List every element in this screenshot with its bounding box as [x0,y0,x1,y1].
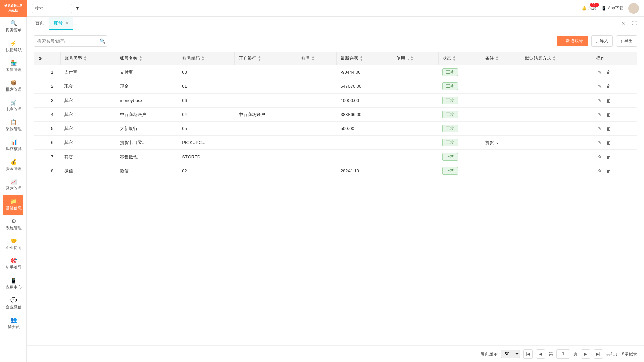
add-account-button[interactable]: + 新增账号 [557,36,588,46]
row-settings-1 [34,79,47,94]
col-settings[interactable]: ⚙ [34,52,47,65]
search-input[interactable] [34,37,98,46]
sidebar-item-enterprise-agreement[interactable]: 🤝 企业协同 [3,234,23,254]
delete-button-0[interactable]: 🗑 [605,69,613,76]
row-settlement-6 [521,150,592,164]
settings-icon: ⚙ [38,56,42,61]
sidebar-item-quick-nav[interactable]: ⚡ 快捷导航 [3,37,23,56]
sidebar-label-retail-manage: 零售管理 [6,67,22,73]
edit-button-1[interactable]: ✎ [596,83,604,90]
export-button[interactable]: ↑ 导出 [616,35,638,47]
sidebar-item-new-guide[interactable]: 🎯 新手引导 [3,254,23,274]
sort-code-icon: ▲▼ [201,55,205,62]
accounts-table: ⚙ 账号类型 ▲▼ 账号名称 ▲▼ [34,52,637,178]
row-action-3: ✎ 🗑 [592,108,637,122]
col-name[interactable]: 账号名称 ▲▼ [116,52,178,65]
sidebar-item-inventory[interactable]: 📊 库存核算 [3,135,23,155]
import-label: 导入 [600,38,608,44]
delete-button-4[interactable]: 🗑 [605,125,613,132]
delete-button-3[interactable]: 🗑 [605,111,613,118]
row-bank-7 [235,164,297,178]
tab-account[interactable]: 账号 × [49,17,73,30]
page-size-label: 每页显示 [480,351,498,357]
row-balance-3: 383866.00 [337,108,392,122]
sidebar-item-purchase-manage[interactable]: 📋 采购管理 [3,116,23,135]
sort-settlement-icon: ▲▼ [552,55,556,62]
page-last-button[interactable]: ▶| [594,349,603,359]
col-remark[interactable]: 备注 ▲▼ [481,52,521,65]
sidebar-item-wholesale-manage[interactable]: 📦 批发管理 [3,76,23,96]
row-action-5: ✎ 🗑 [592,136,637,150]
notification-button[interactable]: 🔔 消息 99+ [582,5,596,11]
edit-button-0[interactable]: ✎ [596,69,604,76]
edit-button-2[interactable]: ✎ [596,97,604,104]
row-usage-7 [392,164,438,178]
tab-expand-button[interactable]: ⛶ [630,19,639,28]
row-code-5: PICKUPC... [178,136,235,150]
page-total: 共1页，8条记录 [606,351,637,357]
sort-usage-icon: ▲▼ [410,55,414,62]
header-dropdown[interactable]: ▼ [75,6,80,11]
row-account-6 [297,150,337,164]
sidebar-item-finance-manage[interactable]: 💰 资金管理 [3,155,23,175]
row-balance-6 [337,150,392,164]
row-account-2 [297,94,337,108]
edit-button-3[interactable]: ✎ [596,111,604,118]
col-account[interactable]: 账号 ▲▼ [297,52,337,65]
sidebar-item-enterprise-wechat[interactable]: 💬 企业微信 [3,294,23,313]
search-button[interactable]: 🔍 [98,36,107,46]
sidebar-item-search-menu[interactable]: 🔍 搜索菜单 [3,17,23,37]
row-action-6: ✎ 🗑 [592,150,637,164]
page-number-input[interactable] [556,349,570,359]
page-next-button[interactable]: ▶ [581,349,590,359]
page-first-button[interactable]: |◀ [523,349,533,359]
tab-close-all-button[interactable]: ✕ [619,19,628,28]
sidebar-item-membership[interactable]: 👥 畅会员 [3,313,23,333]
delete-button-7[interactable]: 🗑 [605,168,613,174]
col-code[interactable]: 账号编码 ▲▼ [178,52,235,65]
sidebar-label-system-manage: 系统管理 [6,225,22,231]
edit-button-5[interactable]: ✎ [596,139,604,146]
row-balance-1: 547670.00 [337,79,392,94]
row-remark-2 [481,94,521,108]
delete-button-5[interactable]: 🗑 [605,139,613,146]
table-header-row: ⚙ 账号类型 ▲▼ 账号名称 ▲▼ [34,52,637,65]
delete-button-6[interactable]: 🗑 [605,154,613,160]
delete-button-2[interactable]: 🗑 [605,97,613,104]
row-type-5: 其它 [60,136,116,150]
sidebar-item-basic-info[interactable]: 📁 基础信息 [3,195,23,215]
tab-close-button[interactable]: × [66,21,68,25]
col-type[interactable]: 账号类型 ▲▼ [60,52,116,65]
edit-button-7[interactable]: ✎ [596,168,604,174]
page-size-select[interactable]: 50 20 100 [501,350,520,358]
app-download-button[interactable]: 📱 App下载 [601,5,623,11]
sort-account-icon: ▲▼ [311,55,315,62]
user-avatar[interactable] [628,3,639,14]
sidebar-label-quick-nav: 快捷导航 [6,47,22,53]
notification-badge: 99+ [590,3,599,7]
page-label: 第 [549,351,553,357]
col-balance[interactable]: 最新余额 ▲▼ [337,52,392,65]
row-bank-0 [235,65,297,79]
row-status-4: 正常 [438,122,481,136]
row-balance-2: 10000.00 [337,94,392,108]
table-container: ⚙ 账号类型 ▲▼ 账号名称 ▲▼ [27,52,644,345]
sidebar-item-system-manage[interactable]: ⚙ 系统管理 [3,215,23,234]
edit-button-4[interactable]: ✎ [596,125,604,132]
sort-bank-icon: ▲▼ [258,55,261,62]
sidebar-item-app-center[interactable]: 📱 应用中心 [3,274,23,294]
col-bank[interactable]: 开户银行 ▲▼ [235,52,297,65]
sidebar-item-operation-manage[interactable]: 📈 经营管理 [3,175,23,195]
sidebar-item-retail-manage[interactable]: 🏪 零售管理 [3,56,23,76]
col-status[interactable]: 状态 ▲▼ [438,52,481,65]
page-prev-button[interactable]: ◀ [536,349,545,359]
delete-button-1[interactable]: 🗑 [605,83,613,90]
import-button[interactable]: ↓ 导入 [591,35,613,47]
sidebar-item-ecommerce-manage[interactable]: 🛒 电商管理 [3,96,23,116]
tab-home[interactable]: 首页 [30,17,49,30]
col-usage[interactable]: 使用... ▲▼ [392,52,438,65]
header-search-input[interactable] [32,4,72,13]
col-settlement[interactable]: 默认结算方式 ▲▼ [521,52,592,65]
edit-button-6[interactable]: ✎ [596,154,604,160]
col-code-label: 账号编码 [182,55,200,61]
